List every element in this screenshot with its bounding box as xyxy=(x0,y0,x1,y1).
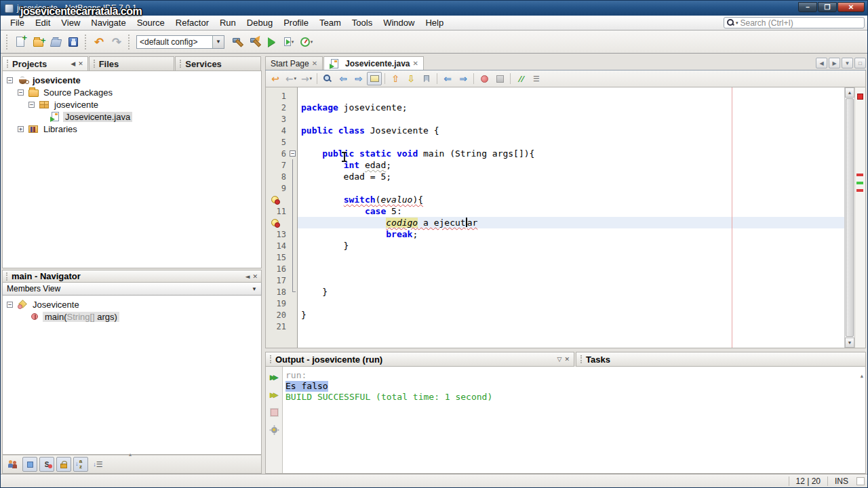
show-static-members-button[interactable]: S xyxy=(39,457,54,472)
navigator-view-selector[interactable]: Members View ▼ xyxy=(2,283,262,296)
show-inherited-members-button[interactable] xyxy=(5,457,20,472)
minimize-window-icon[interactable]: ◄ xyxy=(245,273,250,280)
collapse-grip-icon[interactable]: ▴ xyxy=(129,451,132,458)
code-text[interactable]: package josevicente; public class Josevi… xyxy=(298,87,844,348)
minimize-window-icon[interactable]: ▽ xyxy=(557,356,562,363)
code-editor[interactable]: 123456−78911131415161718192021 package j… xyxy=(265,87,866,348)
tree-item-source-packages[interactable]: −Source Packages xyxy=(4,86,260,98)
undo-button[interactable] xyxy=(90,33,108,51)
debug-project-button[interactable]: ▾ xyxy=(280,33,298,51)
error-hint-bulb-icon[interactable] xyxy=(271,219,279,227)
panel-tab-files[interactable]: Files xyxy=(89,56,175,70)
scroll-down-icon[interactable]: ▼ xyxy=(845,338,854,348)
back-button[interactable]: ←▾ xyxy=(283,72,298,85)
fold-collapse-icon[interactable]: − xyxy=(290,150,296,157)
run-project-button[interactable] xyxy=(262,33,280,51)
code-line-11[interactable]: case 5: xyxy=(298,205,844,217)
output-console[interactable]: run:Es falsoBUILD SUCCESSFUL (total time… xyxy=(283,367,865,473)
menu-window[interactable]: Window xyxy=(378,16,420,29)
code-line-8[interactable]: edad = 5; xyxy=(298,171,844,182)
find-previous-button[interactable]: ⇦ xyxy=(336,72,351,85)
panel-tab-projects[interactable]: Projects◀✕ xyxy=(2,56,88,70)
show-non-public-members-button[interactable] xyxy=(56,457,71,472)
profile-project-button[interactable]: ▾ xyxy=(298,33,315,51)
shift-line-right-button[interactable]: ⇒ xyxy=(456,72,471,85)
menu-run[interactable]: Run xyxy=(214,16,241,29)
last-edit-location-button[interactable]: ↩ xyxy=(268,72,283,85)
menu-navigate[interactable]: Navigate xyxy=(85,16,131,29)
code-line-21[interactable] xyxy=(298,321,844,332)
sort-by-source-button[interactable]: ↓☰ xyxy=(90,457,105,472)
code-line-18[interactable]: } xyxy=(298,286,844,298)
expand-icon[interactable]: + xyxy=(18,126,24,132)
code-line-17[interactable] xyxy=(298,274,844,286)
output-scroll-up-icon[interactable]: ▲ xyxy=(861,371,863,382)
open-project-button[interactable] xyxy=(47,33,64,51)
collapse-icon[interactable]: − xyxy=(7,77,13,83)
error-stripe-mark[interactable] xyxy=(856,182,863,184)
code-line-14[interactable]: } xyxy=(298,240,844,251)
ant-settings-button[interactable] xyxy=(268,424,280,436)
clean-build-project-button[interactable] xyxy=(245,33,262,51)
new-project-button[interactable]: + xyxy=(29,33,47,51)
start-macro-recording-button[interactable] xyxy=(477,72,492,85)
previous-bookmark-button[interactable]: ⇧ xyxy=(388,72,403,85)
menu-edit[interactable]: Edit xyxy=(30,16,56,29)
editor-tab-start-page[interactable]: Start Page✕ xyxy=(265,56,323,70)
code-line-12[interactable]: codigo a ejecutar xyxy=(298,217,844,228)
menu-source[interactable]: Source xyxy=(132,16,170,29)
stop-macro-recording-button[interactable] xyxy=(492,72,507,85)
tree-item-josevicente[interactable]: −josevicente xyxy=(4,74,260,86)
toggle-bookmark-button[interactable] xyxy=(419,72,434,85)
code-line-7[interactable]: int edad; xyxy=(298,159,844,171)
scroll-up-icon[interactable]: ▲ xyxy=(845,87,854,98)
sort-alphabetically-button[interactable]: ↓ xyxy=(73,457,88,472)
redo-button[interactable] xyxy=(108,33,125,51)
code-line-19[interactable] xyxy=(298,298,844,309)
find-next-button[interactable]: ⇨ xyxy=(351,72,366,85)
code-line-4[interactable]: public class Josevicente { xyxy=(298,125,844,136)
error-stripe[interactable] xyxy=(854,87,865,348)
search-input[interactable] xyxy=(741,18,861,28)
project-configuration-combo[interactable]: <default config> ▼ xyxy=(136,35,224,49)
menu-file[interactable]: File xyxy=(5,16,30,29)
close-tab-icon[interactable]: ✕ xyxy=(413,60,418,67)
collapse-icon[interactable]: − xyxy=(28,102,35,108)
menu-debug[interactable]: Debug xyxy=(241,16,278,29)
search-dropdown-icon[interactable]: ▾ xyxy=(736,20,738,26)
rerun-with-parameters-button[interactable]: ▶▶ xyxy=(268,388,280,401)
code-line-20[interactable]: } xyxy=(298,309,844,321)
tab-list-button[interactable]: ▼ xyxy=(842,58,853,68)
error-hint-bulb-icon[interactable] xyxy=(271,196,279,204)
maximize-window-button[interactable]: □ xyxy=(854,58,866,68)
quick-search-box[interactable]: ▾ xyxy=(724,17,865,28)
collapse-icon[interactable]: − xyxy=(18,89,24,96)
new-file-button[interactable]: + xyxy=(12,33,29,51)
scroll-tabs-right-button[interactable]: ▶ xyxy=(829,58,840,68)
close-window-icon[interactable]: ✕ xyxy=(252,273,258,280)
uncomment-button[interactable]: ☰ xyxy=(529,72,544,85)
editor-vertical-scrollbar[interactable]: ▲ ▼ xyxy=(844,87,854,348)
tree-item-josevicente-java[interactable]: Josevicente.java xyxy=(4,110,260,123)
navigator-member[interactable]: main(String[] args) xyxy=(4,310,260,323)
restore-button[interactable]: ❐ xyxy=(818,2,837,12)
stop-build-button[interactable] xyxy=(268,406,280,418)
minimize-button[interactable]: – xyxy=(798,2,817,12)
save-all-button[interactable] xyxy=(64,33,82,51)
tree-item-libraries[interactable]: +Libraries xyxy=(4,123,260,135)
code-line-5[interactable] xyxy=(298,136,844,148)
menu-help[interactable]: Help xyxy=(420,16,449,29)
code-line-1[interactable] xyxy=(298,90,844,102)
code-line-15[interactable] xyxy=(298,251,844,263)
code-line-3[interactable] xyxy=(298,113,844,125)
code-line-9[interactable] xyxy=(298,182,844,194)
error-stripe-mark[interactable] xyxy=(856,174,863,176)
shift-line-left-button[interactable]: ⇐ xyxy=(440,72,455,85)
tasks-window-tab[interactable]: Tasks xyxy=(576,352,866,367)
menu-profile[interactable]: Profile xyxy=(278,16,314,29)
rerun-button[interactable]: ▶▶ xyxy=(268,371,280,383)
menu-refactor[interactable]: Refactor xyxy=(170,16,214,29)
combo-dropdown-icon[interactable]: ▼ xyxy=(212,36,224,48)
menu-view[interactable]: View xyxy=(56,16,85,29)
tree-item-josevicente[interactable]: −josevicente xyxy=(4,98,260,110)
